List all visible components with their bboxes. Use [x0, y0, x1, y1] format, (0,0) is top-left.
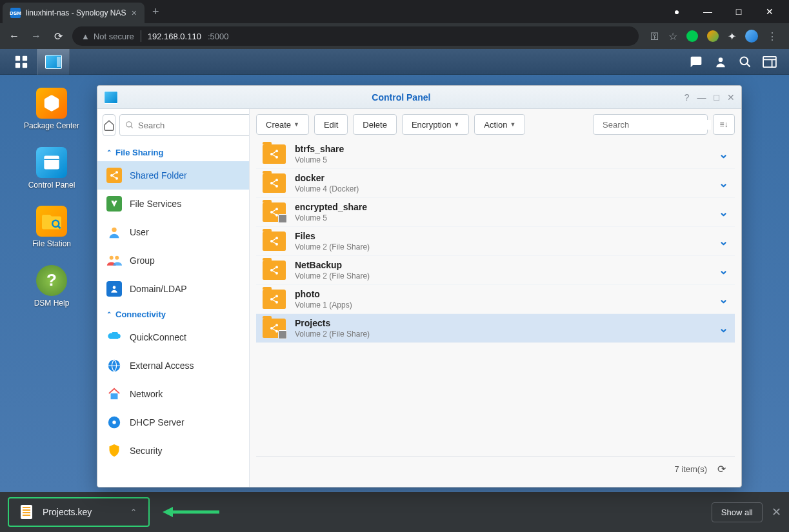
circle-icon[interactable]: ●: [668, 6, 686, 17]
user-icon[interactable]: [710, 52, 731, 72]
sidebar-item-shared-folder[interactable]: Shared Folder: [97, 161, 249, 190]
toolbar-search-input[interactable]: [603, 120, 711, 130]
action-button[interactable]: Action▼: [474, 114, 525, 135]
extensions-puzzle-icon[interactable]: ✦: [728, 30, 736, 43]
search-icon[interactable]: [735, 52, 755, 72]
close-icon[interactable]: ✕: [727, 92, 735, 103]
extension-grammarly-icon[interactable]: [686, 30, 698, 42]
browser-tab[interactable]: DSM linuxhint-nas - Synology NAS ×: [3, 3, 145, 23]
bookmark-star-icon[interactable]: ☆: [668, 30, 677, 43]
folder-sub: Volume 2 (File Share): [295, 271, 719, 281]
minimize-icon[interactable]: —: [697, 92, 706, 103]
tab-close-icon[interactable]: ×: [132, 8, 137, 18]
folder-share-icon: [263, 232, 286, 251]
taskbar-app-control-panel[interactable]: [37, 49, 70, 75]
folder-sub: Volume 5: [295, 155, 719, 164]
chat-icon[interactable]: [686, 52, 706, 72]
user-icon: [106, 224, 122, 240]
sort-button[interactable]: ≡↓: [713, 114, 735, 135]
folder-share-icon: [263, 202, 286, 222]
svg-line-62: [272, 326, 275, 328]
widgets-icon[interactable]: [759, 52, 780, 72]
edit-button[interactable]: Edit: [314, 114, 348, 135]
new-tab-button[interactable]: +: [145, 5, 167, 19]
chevron-down-icon[interactable]: ⌄: [719, 147, 728, 161]
minimize-button[interactable]: —: [699, 6, 717, 17]
folder-row[interactable]: encrypted_share Volume 5 ⌄: [256, 198, 735, 227]
back-button[interactable]: ←: [6, 30, 22, 42]
browser-toolbar: ← → ⟳ ▲ Not secure 192.168.0.110:5000 ⚿ …: [0, 23, 789, 49]
svg-point-14: [126, 122, 132, 127]
forward-button[interactable]: →: [28, 30, 44, 42]
toolbar-search[interactable]: [593, 114, 708, 135]
maximize-icon[interactable]: □: [714, 92, 719, 103]
window-titlebar[interactable]: Control Panel ? — □ ✕: [97, 86, 741, 109]
chevron-down-icon[interactable]: ⌄: [719, 321, 728, 335]
svg-line-63: [272, 329, 275, 331]
sidebar-item-security[interactable]: Security: [97, 437, 249, 465]
chevron-down-icon[interactable]: ⌄: [719, 292, 728, 306]
help-icon[interactable]: ?: [684, 92, 690, 103]
create-button[interactable]: Create▼: [256, 114, 309, 135]
browser-titlebar: DSM linuxhint-nas - Synology NAS × + ● —…: [0, 0, 789, 23]
sidebar-item-user[interactable]: User: [97, 218, 249, 246]
chevron-down-icon[interactable]: ⌄: [719, 176, 728, 190]
item-count: 7 item(s): [674, 464, 707, 474]
extension-icon[interactable]: [707, 30, 719, 42]
folder-share-icon: [263, 290, 286, 309]
folder-row[interactable]: NetBackup Volume 2 (File Share) ⌄: [256, 256, 735, 285]
chevron-down-icon[interactable]: ⌄: [719, 234, 728, 248]
section-file-sharing[interactable]: ⌃ File Sharing: [97, 141, 249, 161]
desktop-dsm-help[interactable]: ? DSM Help: [21, 265, 83, 309]
arrow-annotation: [163, 504, 221, 520]
sidebar-item-quickconnect[interactable]: QuickConnect: [97, 323, 249, 351]
chevron-down-icon[interactable]: ⌄: [719, 205, 728, 219]
downloads-close-icon[interactable]: ✕: [772, 505, 781, 519]
sidebar-search-input[interactable]: [138, 121, 246, 130]
sidebar-search[interactable]: [119, 114, 250, 136]
sidebar-item-group[interactable]: Group: [97, 246, 249, 275]
sidebar-item-network[interactable]: Network: [97, 380, 249, 408]
url-bar[interactable]: ▲ Not secure 192.168.0.110:5000: [72, 26, 639, 46]
folder-row[interactable]: photo Volume 1 (Apps) ⌄: [256, 285, 735, 314]
folder-row[interactable]: Files Volume 2 (File Share) ⌄: [256, 227, 735, 256]
folder-row[interactable]: docker Volume 4 (Docker) ⌄: [256, 169, 735, 198]
desktop-file-station[interactable]: File Station: [21, 206, 83, 250]
sidebar-item-external-access[interactable]: External Access: [97, 351, 249, 380]
section-connectivity[interactable]: ⌃ Connectivity: [97, 303, 249, 323]
folder-text: encrypted_share Volume 5: [295, 202, 719, 222]
encryption-button[interactable]: Encryption▼: [402, 114, 469, 135]
browser-menu-icon[interactable]: ⋮: [767, 30, 777, 43]
download-item[interactable]: Projects.key ⌃: [8, 497, 150, 527]
folder-text: btrfs_share Volume 5: [295, 144, 719, 164]
svg-rect-7: [763, 56, 776, 66]
reload-button[interactable]: ⟳: [50, 30, 66, 43]
desktop-control-panel[interactable]: Control Panel: [21, 147, 83, 191]
close-button[interactable]: ✕: [761, 6, 779, 17]
folder-row[interactable]: btrfs_share Volume 5 ⌄: [256, 140, 735, 169]
delete-button[interactable]: Delete: [353, 114, 397, 135]
sidebar-item-label: External Access: [130, 360, 194, 371]
security-indicator[interactable]: ▲ Not secure: [81, 32, 134, 41]
profile-avatar[interactable]: [745, 30, 758, 43]
svg-line-58: [272, 300, 275, 302]
chevron-up-icon[interactable]: ⌃: [130, 507, 137, 517]
sidebar-item-domain-ldap[interactable]: Domain/LDAP: [97, 275, 249, 303]
window-controls: ? — □ ✕: [684, 92, 735, 103]
sidebar-item-file-services[interactable]: File Services: [97, 190, 249, 218]
refresh-icon[interactable]: ⟳: [717, 463, 726, 475]
password-key-icon[interactable]: ⚿: [650, 31, 659, 41]
svg-rect-10: [44, 155, 59, 169]
chevron-down-icon[interactable]: ⌄: [719, 263, 728, 277]
desktop-package-center[interactable]: Package Center: [21, 88, 83, 132]
download-filename: Projects.key: [43, 507, 92, 517]
main-menu-button[interactable]: [5, 49, 37, 75]
home-button[interactable]: [103, 114, 115, 136]
sidebar-item-label: User: [130, 227, 149, 237]
external-access-icon: [106, 358, 122, 373]
content-toolbar: Create▼ Edit Delete Encryption▼ Action▼ …: [256, 114, 735, 140]
folder-row[interactable]: Projects Volume 2 (File Share) ⌄: [256, 314, 735, 343]
sidebar-item-dhcp-server[interactable]: DHCP Server: [97, 408, 249, 437]
maximize-button[interactable]: □: [730, 6, 748, 17]
show-all-button[interactable]: Show all: [712, 502, 763, 522]
